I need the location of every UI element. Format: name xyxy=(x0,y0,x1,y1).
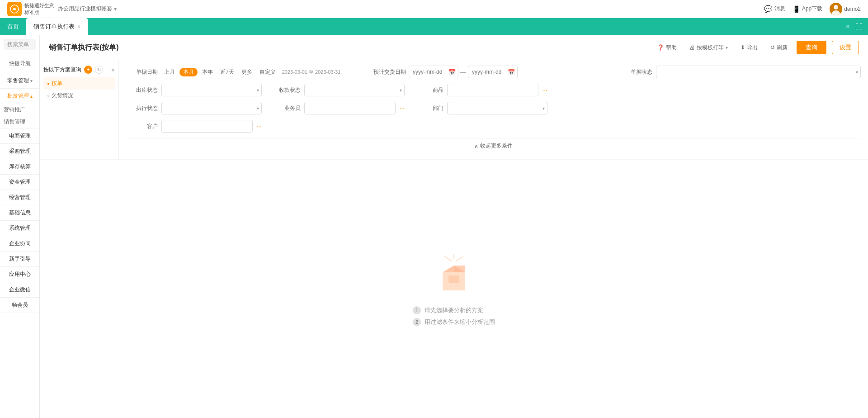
out-status-label: 出库状态 xyxy=(126,86,158,94)
filter-refresh-button[interactable]: ↻ xyxy=(95,66,103,74)
date-label: 单据日期 xyxy=(126,68,158,76)
message-icon: 💬 xyxy=(764,5,773,13)
sidebar-section-purchase: 采购管理 xyxy=(0,144,39,159)
filter-row-customer: 客户 ··· xyxy=(126,120,861,133)
filter-right-panel: 单据日期 上月 本月 本年 近7天 更多 自定义 2023-03-01 至 20… xyxy=(119,60,868,159)
expected-date-start[interactable] xyxy=(409,66,458,78)
filter-container: 按以下方案查询 + ↻ « ● 按单 ○ 欠货情况 xyxy=(40,60,868,159)
filter-sub-item-order-icon: ● xyxy=(47,81,50,86)
filter-panel-collapse-button[interactable]: « xyxy=(111,66,115,73)
filter-sub-item-shortage[interactable]: ○ 欠货情况 xyxy=(43,90,115,102)
product-label: 商品 xyxy=(412,86,443,94)
exec-status-select[interactable] xyxy=(161,102,262,114)
export-button[interactable]: ⬇ 导出 xyxy=(737,42,761,53)
sidebar-item-basic-info[interactable]: 基础信息 xyxy=(0,205,39,220)
help-button[interactable]: ❓ 帮助 xyxy=(654,42,680,53)
empty-hint-2: 2 用过滤条件来缩小分析范围 xyxy=(413,318,495,326)
refresh-button[interactable]: ↺ 刷新 xyxy=(767,42,791,53)
sidebar-item-enterprise[interactable]: 企业协同 xyxy=(0,236,39,251)
sidebar-section-member: 畅会员 xyxy=(0,298,39,313)
sidebar-section-retail-header[interactable]: 零售管理 ▾ xyxy=(0,73,39,88)
user-profile[interactable]: demo2 xyxy=(830,3,861,15)
filter-add-button[interactable]: + xyxy=(84,66,92,74)
salesperson-dots-button[interactable]: ··· xyxy=(399,104,405,112)
header-left: 畅捷通好生意 标准版 办公用品行业模拟账套 ▾ xyxy=(7,2,117,16)
wholesale-expand-icon: ▴ xyxy=(30,94,33,99)
settings-button[interactable]: 设置 xyxy=(832,41,859,54)
expected-date-end[interactable] xyxy=(468,66,518,78)
sidebar-item-inventory[interactable]: 库存核算 xyxy=(0,159,39,174)
status-select[interactable] xyxy=(656,66,861,78)
filter-group-product: 商品 ··· xyxy=(412,84,547,96)
sidebar-quick-nav: 快捷导航 xyxy=(0,54,39,73)
query-button[interactable]: 查询 xyxy=(797,41,826,54)
btn-this-year[interactable]: 本年 xyxy=(199,67,216,77)
tab-fullscreen-icon[interactable]: ⛶ xyxy=(855,23,863,31)
breadcrumb[interactable]: 办公用品行业模拟账套 ▾ xyxy=(58,5,117,13)
sidebar-item-ecommerce[interactable]: 电商管理 xyxy=(0,128,39,143)
filter-group-status: 单据状态 ▾ xyxy=(621,66,861,78)
tab-minimize-icon[interactable]: × xyxy=(846,23,850,31)
logo-text: 畅捷通好生意 标准版 xyxy=(24,2,54,15)
sidebar-section-wholesale-header[interactable]: 批发管理 ▴ xyxy=(0,89,39,104)
date-separator: — xyxy=(460,69,466,76)
product-dots-button[interactable]: ··· xyxy=(542,86,547,94)
customer-dots-button[interactable]: ··· xyxy=(256,123,262,130)
salesperson-input[interactable] xyxy=(304,102,396,114)
tab-home[interactable]: 首页 xyxy=(0,18,26,35)
date-quick-btns: 上月 本月 本年 近7天 更多 自定义 xyxy=(161,67,278,77)
product-input[interactable] xyxy=(447,84,538,96)
sidebar-section-finance: 资金管理 xyxy=(0,175,39,190)
sidebar-section-inventory: 库存核算 xyxy=(0,159,39,175)
salesperson-label: 业务员 xyxy=(269,104,301,112)
logo-icon xyxy=(7,2,22,16)
sidebar-item-purchase[interactable]: 采购管理 xyxy=(0,144,39,159)
tab-close-icon[interactable]: × xyxy=(77,24,80,29)
app-download-button[interactable]: 📱 App下载 xyxy=(793,5,822,13)
svg-line-8 xyxy=(456,256,463,261)
message-button[interactable]: 💬 消息 xyxy=(764,5,785,13)
out-status-select[interactable] xyxy=(161,84,262,96)
filter-group-salesperson: 业务员 ··· xyxy=(269,102,405,114)
btn-last-7-days[interactable]: 近7天 xyxy=(217,67,237,77)
status-label: 单据状态 xyxy=(621,68,652,76)
sidebar-item-beginner[interactable]: 新手引导 xyxy=(0,252,39,266)
download-icon: 📱 xyxy=(793,5,800,13)
page-title: 销售订单执行表(按单) xyxy=(49,43,119,52)
btn-custom-date[interactable]: 自定义 xyxy=(257,67,278,77)
sidebar-section-ecommerce: 电商管理 xyxy=(0,128,39,144)
main-layout: 搜索菜单 快捷导航 零售管理 ▾ 批发管理 ▴ 营销推广 销售管理 xyxy=(0,35,868,418)
btn-last-month[interactable]: 上月 xyxy=(161,67,178,77)
sidebar-item-finance[interactable]: 资金管理 xyxy=(0,175,39,190)
sidebar-section-app-center: 应用中心 xyxy=(0,267,39,282)
tab-sales-order[interactable]: 销售订单执行表 × xyxy=(26,18,88,35)
filter-sub-item-order[interactable]: ● 按单 xyxy=(43,77,115,90)
collapse-more-button[interactable]: ∧ 收起更多条件 xyxy=(126,138,861,153)
sidebar-item-app-center[interactable]: 应用中心 xyxy=(0,267,39,282)
payment-status-label: 收款状态 xyxy=(269,86,301,94)
sidebar-item-member[interactable]: 畅会员 xyxy=(0,298,39,313)
sidebar-item-wechat[interactable]: 企业微信 xyxy=(0,282,39,297)
status-select-wrap: ▾ xyxy=(656,66,861,78)
sidebar-section-retail: 零售管理 ▾ xyxy=(0,73,39,89)
sidebar-item-quick-nav[interactable]: 快捷导航 xyxy=(0,57,39,70)
sidebar-item-sales-mgmt[interactable]: 销售管理 xyxy=(0,116,39,128)
logo-area: 畅捷通好生意 标准版 xyxy=(7,2,54,16)
dept-select[interactable] xyxy=(447,102,547,114)
btn-more-dates[interactable]: 更多 xyxy=(239,67,255,77)
print-button[interactable]: 🖨 按模板打印 ▾ xyxy=(686,42,731,53)
dept-label: 部门 xyxy=(412,104,443,112)
hint-num-1: 1 xyxy=(413,306,421,314)
btn-this-month[interactable]: 本月 xyxy=(179,68,198,76)
sidebar-item-operations[interactable]: 经营管理 xyxy=(0,190,39,205)
payment-status-select-wrap: ▾ xyxy=(304,84,405,96)
svg-point-2 xyxy=(834,5,838,10)
payment-status-select[interactable] xyxy=(304,84,405,96)
sidebar-item-sys-mgmt[interactable]: 系统管理 xyxy=(0,221,39,236)
avatar xyxy=(830,3,842,15)
sidebar-item-marketing[interactable]: 营销推广 xyxy=(0,104,39,116)
customer-input[interactable] xyxy=(161,120,253,133)
sidebar-section-wholesale: 批发管理 ▴ 营销推广 销售管理 xyxy=(0,89,39,128)
search-menu-button[interactable]: 搜索菜单 xyxy=(4,39,36,50)
top-header: 畅捷通好生意 标准版 办公用品行业模拟账套 ▾ 💬 消息 📱 App下载 xyxy=(0,0,868,18)
